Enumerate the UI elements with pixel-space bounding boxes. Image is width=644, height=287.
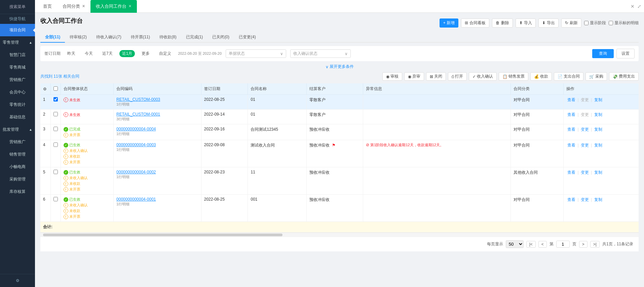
print-button[interactable]: ⎙ 打开	[448, 72, 467, 81]
filter-yesterday[interactable]: 昨天	[65, 50, 78, 57]
page-input[interactable]	[556, 241, 570, 248]
change-op[interactable]: 变更	[580, 170, 590, 175]
filter-tab-completed[interactable]: 已完成(1)	[181, 32, 208, 43]
view-op[interactable]: 查看	[566, 127, 576, 132]
chevron-down-icon: ∨	[326, 65, 329, 69]
sidebar-item-marketing[interactable]: 营销推广	[0, 74, 35, 86]
sidebar-item-inventory[interactable]: 库存核算	[0, 186, 35, 198]
review-button[interactable]: ◉ 审核	[382, 72, 402, 81]
sidebar-item-smart-store[interactable]: 智慧门店	[0, 49, 35, 61]
filter-today[interactable]: 今天	[82, 50, 96, 57]
per-page-select[interactable]: 50 100 200	[506, 240, 524, 248]
sidebar-item-wholesale-mgmt[interactable]: 批发管理▲	[0, 123, 35, 136]
action-buttons: ◉ 审核 ◉ 弃审 ⊠ 关闭 ⎙ 打开 ✓ 收入确认	[382, 72, 639, 81]
contract-code-link[interactable]: RETAIL_CUSTOM-0001	[116, 112, 198, 117]
query-button[interactable]: 查询	[592, 49, 614, 58]
col-status: 合同整体状态	[61, 83, 114, 95]
contract-code-link[interactable]: 0000000000004-0001	[116, 197, 198, 202]
payment-button[interactable]: 💰 收款	[530, 72, 552, 81]
show-detail-checkbox[interactable]: 显示标的明细	[609, 20, 639, 26]
next-page-button[interactable]: >	[579, 241, 588, 248]
view-op[interactable]: 查看	[566, 97, 576, 102]
contract-code-link[interactable]: 0000000000004-0004	[116, 127, 198, 131]
contract-code-link[interactable]: RETAIL_CUSTOM-0003	[116, 97, 198, 102]
contract-code-link[interactable]: 0000000000004-0002	[116, 170, 198, 174]
close-tab-contract-category[interactable]: ✕	[82, 4, 85, 8]
expand-more-conditions[interactable]: ∨ 展开更多条件	[326, 64, 354, 70]
last-page-button[interactable]: >|	[590, 241, 600, 248]
filter-last7days[interactable]: 近7天	[100, 50, 115, 57]
first-page-button[interactable]: |<	[526, 241, 536, 248]
sidebar-item-member[interactable]: 会员中心	[0, 86, 35, 98]
change-op[interactable]: 变更	[580, 127, 590, 132]
purchase-button[interactable]: 🛒 采购	[585, 72, 607, 81]
sidebar-nav[interactable]: 快捷导航	[0, 14, 35, 24]
invoice-icon: 📋	[502, 74, 507, 79]
table-row: 4 ✓ 已生效 ! 未收入确认 ! 未收	[40, 140, 639, 167]
copy-op[interactable]: 复制	[593, 143, 603, 148]
sidebar-item-basic-info[interactable]: 基础信息	[0, 111, 35, 123]
fee-button[interactable]: 💸 费用支出	[609, 72, 639, 81]
sidebar-item-purchase[interactable]: 采购管理	[0, 173, 35, 186]
sidebar-item-retail-mgmt[interactable]: 零售管理▲	[0, 36, 35, 49]
sidebar-settings[interactable]: ⚙	[0, 274, 35, 287]
expense-button[interactable]: 📄 支出合同	[554, 72, 583, 81]
panel-button[interactable]: ⊞ 合同看板	[461, 18, 489, 28]
abandon-button[interactable]: ◉ 弃审	[404, 72, 424, 81]
refresh-button[interactable]: ↻ 刷新	[561, 18, 581, 28]
income-confirm-button[interactable]: ✓ 收入确认	[469, 72, 497, 81]
show-stage-checkbox[interactable]: 显示阶段	[584, 20, 606, 26]
filter-tab-pending-payment[interactable]: 待收款(8)	[155, 32, 181, 43]
filter-more[interactable]: 更多	[139, 50, 152, 57]
tab-contract-category[interactable]: 合同分类 ✕	[57, 0, 90, 13]
copy-op[interactable]: 复制	[593, 197, 603, 202]
change-op[interactable]: 变更	[580, 143, 590, 148]
view-op[interactable]: 查看	[566, 143, 576, 148]
copy-op[interactable]: 复制	[593, 97, 603, 102]
filter-tab-pending-invoice[interactable]: 待开票(11)	[126, 32, 155, 43]
sidebar-item-retail-mall[interactable]: 零售商城	[0, 61, 35, 74]
sidebar-item-marketing2[interactable]: 营销推广	[0, 136, 35, 148]
tab-action-close[interactable]: ✕	[631, 4, 635, 9]
filter-tab-pending-income[interactable]: 待收入确认(7)	[91, 32, 126, 43]
filter-tab-closed[interactable]: 已关闭(0)	[207, 32, 234, 43]
invoice-button[interactable]: 📋 销售发票	[499, 72, 528, 81]
tab-income-workbench[interactable]: 收入合同工作台 ✕	[90, 0, 137, 13]
filter-tab-changed[interactable]: 已变更(4)	[234, 32, 261, 43]
view-op[interactable]: 查看	[566, 112, 576, 117]
tab-action-expand[interactable]: ⤢	[637, 4, 641, 9]
sidebar-item-sales-mgmt[interactable]: 销售管理	[0, 148, 35, 161]
export-button[interactable]: ⬇ 导出	[538, 18, 559, 28]
sidebar-search[interactable]: 搜索菜单	[0, 0, 35, 14]
col-settings[interactable]: ⚙	[40, 83, 50, 95]
close-contract-button[interactable]: ⊠ 关闭	[426, 72, 446, 81]
sidebar-item-ecommerce[interactable]: 小畅电商	[0, 161, 35, 173]
copy-op[interactable]: 复制	[593, 112, 603, 117]
filter-custom[interactable]: 自定义	[156, 50, 174, 57]
filter-tab-pending-review[interactable]: 待审核(2)	[65, 32, 91, 43]
change-op[interactable]: 变更	[580, 112, 590, 117]
contract-code-link[interactable]: 0000000000004-0003	[116, 142, 198, 147]
col-checkbox[interactable]	[50, 83, 61, 95]
add-button[interactable]: + 新增	[440, 18, 458, 28]
tab-home[interactable]: 首页	[38, 0, 57, 13]
sidebar-item-retail-stats[interactable]: 零售统计	[0, 98, 35, 111]
copy-op[interactable]: 复制	[593, 170, 603, 175]
change-op[interactable]: 变更	[580, 197, 590, 202]
horizontal-scrollbar[interactable]	[43, 234, 282, 236]
urgent-icon: ⚑	[332, 143, 336, 148]
income-status-select[interactable]: 收入确认状态 ∨	[290, 49, 351, 58]
copy-op[interactable]: 复制	[593, 127, 603, 132]
import-button[interactable]: ⬆ 导入	[516, 18, 536, 28]
order-status-select[interactable]: 单据状态 ∨	[226, 49, 286, 58]
view-op[interactable]: 查看	[566, 170, 576, 175]
filter-tab-all[interactable]: 全部(11)	[40, 32, 65, 43]
change-op[interactable]: 变更	[580, 97, 590, 102]
prev-page-button[interactable]: <	[538, 241, 547, 248]
setting-button[interactable]: 设置	[616, 49, 635, 58]
delete-button[interactable]: 🗑 删除	[492, 18, 513, 28]
view-op[interactable]: 查看	[566, 197, 576, 202]
filter-last1month[interactable]: 近1月	[119, 50, 135, 57]
sidebar-item-project[interactable]: 项目合同	[0, 24, 35, 36]
close-tab-income-workbench[interactable]: ✕	[128, 4, 131, 8]
